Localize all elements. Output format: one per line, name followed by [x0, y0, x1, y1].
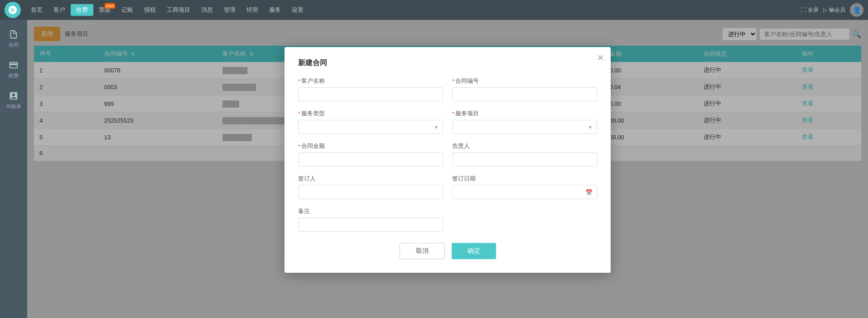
sidebar: 合同 收费 对账单	[0, 20, 27, 318]
nav-items: 首页 客户 收费 票据 new 记账 报税 工商项目 消息 管理 经营 服务 设…	[25, 4, 800, 16]
sidebar-label-statement: 对账单	[6, 103, 21, 110]
new-badge: new	[105, 3, 115, 9]
form-field-service-type: * 服务类型	[298, 109, 443, 134]
signer-label: 签订人	[298, 175, 443, 183]
responsible-label: 负责人	[452, 142, 597, 150]
customer-name-input[interactable]	[298, 87, 443, 101]
service-type-wrapper	[298, 120, 443, 134]
nav-right: ⛶ 全屏 ▷ 畅会员 👤	[800, 3, 863, 17]
form-field-customer: * 客户名称	[298, 77, 443, 101]
app-logo	[5, 2, 21, 18]
nav-bookkeeping[interactable]: 记账	[116, 4, 139, 16]
nav-operation[interactable]: 经营	[241, 4, 264, 16]
nav-invoice[interactable]: 票据 new	[93, 4, 116, 16]
form-field-note: 备注	[298, 207, 443, 232]
contract-no-input[interactable]	[452, 87, 597, 101]
form-row-1: * 客户名称 * 合同编号	[298, 77, 597, 101]
fee-icon	[8, 60, 19, 71]
form-field-responsible: 负责人	[452, 142, 597, 166]
nav-business[interactable]: 工商项目	[161, 4, 196, 16]
note-label: 备注	[298, 207, 443, 215]
service-type-label: * 服务类型	[298, 109, 443, 118]
confirm-button[interactable]: 确定	[452, 243, 496, 259]
top-nav: 首页 客户 收费 票据 new 记账 报税 工商项目 消息 管理 经营 服务 设…	[0, 0, 868, 20]
note-input[interactable]	[298, 218, 443, 232]
customer-name-label: * 客户名称	[298, 77, 443, 85]
modal-overlay: ✕ 新建合同 * 客户名称 * 合同编号	[27, 20, 868, 318]
nav-home[interactable]: 首页	[25, 4, 48, 16]
sign-date-input[interactable]: 2023-06-06	[452, 185, 597, 199]
contract-icon	[8, 29, 19, 40]
content-area: 新增 服务项目 进行中 🔍 序号 合同编号 ⇅	[27, 20, 868, 318]
form-row-4: 签订人 签订日期 2023-06-06 📅	[298, 175, 597, 199]
nav-tax[interactable]: 报税	[139, 4, 161, 16]
nav-message[interactable]: 消息	[196, 4, 218, 16]
new-contract-modal: ✕ 新建合同 * 客户名称 * 合同编号	[285, 47, 611, 273]
date-input-wrapper: 2023-06-06 📅	[452, 185, 597, 199]
modal-title: 新建合同	[298, 58, 597, 68]
form-row-2: * 服务类型 * 服务项目	[298, 109, 597, 134]
responsible-input[interactable]	[452, 152, 597, 166]
service-item-wrapper	[452, 120, 597, 134]
form-field-service-item: * 服务项目	[452, 109, 597, 134]
nav-customer[interactable]: 客户	[48, 4, 71, 16]
calendar-icon[interactable]: 📅	[585, 189, 593, 195]
sidebar-item-contract[interactable]: 合同	[0, 24, 27, 53]
contract-no-label: * 合同编号	[452, 77, 597, 85]
sidebar-item-statement[interactable]: 对账单	[0, 86, 27, 114]
form-field-amount: * 合同金额 0.00	[298, 142, 443, 166]
amount-label: * 合同金额	[298, 142, 443, 150]
form-field-empty	[452, 207, 597, 232]
cancel-button[interactable]: 取消	[400, 243, 445, 259]
statement-icon	[8, 90, 19, 101]
nav-service[interactable]: 服务	[264, 4, 286, 16]
form-row-3: * 合同金额 0.00 负责人	[298, 142, 597, 166]
form-field-sign-date: 签订日期 2023-06-06 📅	[452, 175, 597, 199]
modal-close-button[interactable]: ✕	[597, 54, 604, 62]
avatar[interactable]: 👤	[850, 3, 863, 17]
form-field-contract-no: * 合同编号	[452, 77, 597, 101]
nav-settings[interactable]: 设置	[286, 4, 309, 16]
fullscreen-icon: ⛶	[800, 7, 806, 13]
service-item-select[interactable]	[452, 120, 597, 134]
signer-input[interactable]	[298, 185, 443, 199]
sidebar-label-fee: 收费	[9, 72, 19, 79]
form-field-signer: 签订人	[298, 175, 443, 199]
sign-date-label: 签订日期	[452, 175, 597, 183]
form-row-5: 备注	[298, 207, 597, 232]
fullscreen-button[interactable]: ⛶ 全屏	[800, 6, 819, 14]
service-item-label: * 服务项目	[452, 109, 597, 118]
member-icon: ▷	[823, 7, 827, 13]
service-type-select[interactable]	[298, 120, 443, 134]
sidebar-item-fee[interactable]: 收费	[0, 55, 27, 84]
sidebar-label-contract: 合同	[9, 42, 19, 48]
main-layout: 合同 收费 对账单 新增 服务项目	[0, 20, 868, 318]
nav-fee[interactable]: 收费	[71, 4, 93, 16]
amount-input[interactable]: 0.00	[298, 152, 443, 166]
nav-management[interactable]: 管理	[218, 4, 241, 16]
modal-footer: 取消 确定	[298, 243, 597, 259]
member-button[interactable]: ▷ 畅会员	[823, 6, 845, 14]
